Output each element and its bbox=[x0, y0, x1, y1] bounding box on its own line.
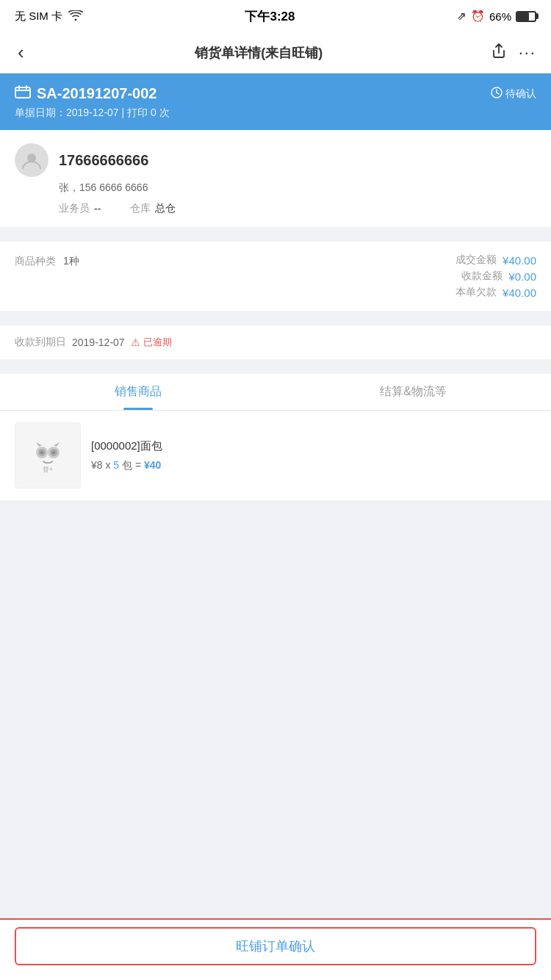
nav-title: 销货单详情(来自旺铺) bbox=[195, 44, 323, 62]
amount-label-0: 成交金额 bbox=[455, 253, 497, 267]
product-kinds-value: 1种 bbox=[63, 255, 79, 268]
amount-item-0: 成交金额 ¥40.00 bbox=[455, 253, 536, 267]
divider-2 bbox=[0, 318, 551, 325]
warehouse-label: 仓库 bbox=[130, 202, 151, 215]
wifi-icon bbox=[68, 10, 83, 23]
summary-section: 商品种类 1种 成交金额 ¥40.00 收款金额 ¥0.00 本单欠款 ¥40.… bbox=[0, 242, 551, 311]
product-kinds: 商品种类 1种 bbox=[15, 253, 79, 268]
warning-icon: ⚠ bbox=[131, 336, 140, 348]
product-total: ¥40 bbox=[144, 459, 161, 471]
amount-value-1: ¥0.00 bbox=[508, 270, 536, 283]
status-time: 下午3:28 bbox=[245, 8, 295, 25]
battery-icon bbox=[516, 11, 536, 22]
tab-products[interactable]: 销售商品 bbox=[0, 374, 276, 410]
amount-label-2: 本单欠款 bbox=[455, 286, 497, 299]
back-button[interactable]: ‹ bbox=[15, 38, 27, 67]
confirm-order-button[interactable]: 旺铺订单确认 bbox=[15, 927, 536, 965]
tab-settlement[interactable]: 结算&物流等 bbox=[276, 374, 551, 410]
overdue-badge: ⚠ 已逾期 bbox=[131, 336, 172, 349]
tabs-section: 销售商品 结算&物流等 bbox=[0, 374, 551, 411]
alarm-icon: ⏰ bbox=[471, 10, 485, 23]
product-name: [0000002]面包 bbox=[91, 439, 536, 453]
more-icon[interactable]: ··· bbox=[519, 43, 536, 62]
order-id: SA-20191207-002 bbox=[15, 85, 156, 102]
product-qty: 5 bbox=[113, 459, 119, 471]
amount-item-2: 本单欠款 ¥40.00 bbox=[455, 286, 536, 299]
sales-rep-value: -- bbox=[94, 203, 101, 215]
due-date-label: 收款到期日 bbox=[15, 336, 66, 349]
svg-point-8 bbox=[52, 451, 55, 454]
status-clock-icon bbox=[491, 87, 503, 101]
order-icon bbox=[15, 85, 31, 102]
customer-section: 17666666666 张，156 6666 6666 业务员 -- 仓库 总仓 bbox=[0, 130, 551, 227]
due-date-value: 2019-12-07 bbox=[72, 336, 125, 348]
nav-bar: ‹ 销货单详情(来自旺铺) ··· bbox=[0, 32, 551, 73]
amount-value-2: ¥40.00 bbox=[503, 287, 536, 299]
order-status: 待确认 bbox=[491, 87, 536, 101]
order-banner: SA-20191207-002 待确认 单据日期：2019-12-07 | 打印… bbox=[0, 73, 551, 130]
carrier-text: 无 SIM 卡 bbox=[15, 10, 62, 24]
customer-meta: 业务员 -- 仓库 总仓 bbox=[59, 202, 536, 215]
location-icon: ⇗ bbox=[457, 10, 467, 23]
product-unit: 包 bbox=[122, 459, 132, 471]
svg-text:督+: 督+ bbox=[43, 466, 53, 473]
battery-text: 66% bbox=[489, 10, 511, 23]
product-item: 督+ [0000002]面包 ¥8 x 5 包 = ¥40 bbox=[0, 411, 551, 500]
amount-item-1: 收款金额 ¥0.00 bbox=[461, 270, 536, 283]
sales-rep-label: 业务员 bbox=[59, 202, 90, 215]
status-bar: 无 SIM 卡 下午3:28 ⇗ ⏰ 66% bbox=[0, 0, 551, 32]
amount-label-1: 收款金额 bbox=[461, 270, 503, 283]
nav-actions: ··· bbox=[491, 43, 536, 62]
price-value: ¥8 bbox=[91, 459, 103, 471]
overdue-text: 已逾期 bbox=[143, 336, 172, 349]
price-multiply: x bbox=[105, 459, 113, 471]
product-info: [0000002]面包 ¥8 x 5 包 = ¥40 bbox=[91, 439, 536, 472]
product-price: ¥8 x 5 包 = ¥40 bbox=[91, 459, 536, 472]
tabs-row: 销售商品 结算&物流等 bbox=[0, 374, 551, 411]
sales-rep-item: 业务员 -- bbox=[59, 202, 101, 215]
amount-value-0: ¥40.00 bbox=[503, 254, 536, 267]
order-date: 单据日期：2019-12-07 | 打印 0 次 bbox=[15, 107, 536, 120]
warehouse-item: 仓库 总仓 bbox=[130, 202, 176, 215]
customer-phone: 17666666666 bbox=[59, 152, 148, 169]
product-section: 督+ [0000002]面包 ¥8 x 5 包 = ¥40 bbox=[0, 411, 551, 500]
due-section: 收款到期日 2019-12-07 ⚠ 已逾期 bbox=[0, 325, 551, 359]
product-kinds-label: 商品种类 bbox=[15, 255, 56, 268]
svg-point-7 bbox=[40, 451, 43, 454]
divider-3 bbox=[0, 367, 551, 374]
warehouse-value: 总仓 bbox=[155, 202, 176, 215]
svg-rect-0 bbox=[15, 87, 30, 98]
share-icon[interactable] bbox=[491, 43, 507, 62]
customer-avatar bbox=[15, 143, 48, 177]
customer-name: 张，156 6666 6666 bbox=[59, 181, 536, 195]
divider-1 bbox=[0, 234, 551, 242]
status-left: 无 SIM 卡 bbox=[15, 10, 83, 24]
bottom-bar: 旺铺订单确认 bbox=[0, 918, 551, 980]
empty-space bbox=[0, 500, 551, 662]
price-equals: = bbox=[135, 459, 144, 471]
amounts-list: 成交金额 ¥40.00 收款金额 ¥0.00 本单欠款 ¥40.00 bbox=[455, 253, 536, 299]
product-thumbnail: 督+ bbox=[15, 422, 81, 489]
status-right: ⇗ ⏰ 66% bbox=[457, 10, 536, 23]
